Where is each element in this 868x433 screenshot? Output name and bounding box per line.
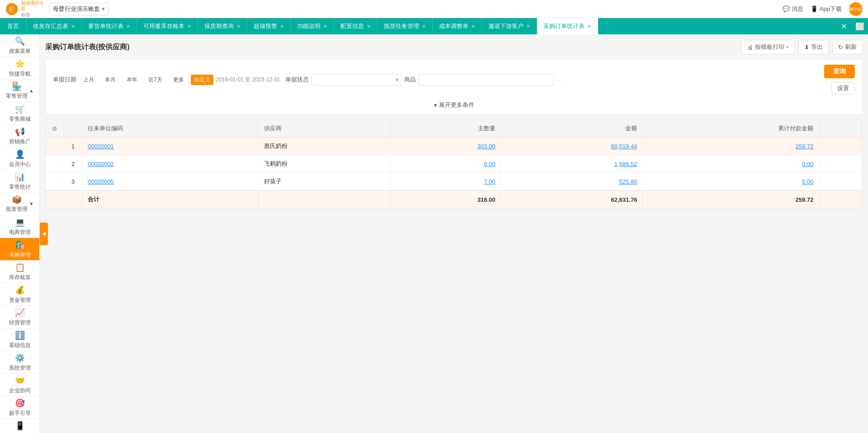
finance-icon: 💰 <box>15 285 25 295</box>
table-footer-row: 合计 316.00 62,631.76 259.72 <box>46 190 862 208</box>
supplier-code-link[interactable]: 00020002 <box>88 161 114 167</box>
tab-overstock-warning[interactable]: 超储预警 ✕ <box>247 18 291 34</box>
sidebar-item-operations[interactable]: 📈 经营管理 <box>0 306 39 328</box>
sidebar-item-ecommerce[interactable]: 💻 电商管理 <box>0 215 39 238</box>
cell-empty <box>819 173 862 191</box>
workspace-selector[interactable]: 母婴行业演示账套 ▾ <box>49 3 109 15</box>
cell-supplier-code: 00020005 <box>82 173 259 191</box>
cell-paid-amount: 0.00 <box>643 155 819 173</box>
cell-amount: 1,586.52 <box>501 155 643 173</box>
tab-receive-summary[interactable]: 收发存汇总表 ✕ <box>27 18 82 34</box>
sidebar-item-new-guide[interactable]: 🎯 新手引导 <box>0 396 39 419</box>
paid-amount-link[interactable]: 259.72 <box>796 143 814 150</box>
amount-link[interactable]: 525.80 <box>619 178 637 185</box>
close-tab-function-desc[interactable]: ✕ <box>323 24 327 29</box>
tab-warranty-query[interactable]: 保质期查询 ✕ <box>198 18 247 34</box>
close-tab-warranty-query[interactable]: ✕ <box>236 24 241 29</box>
close-tab-available-stock[interactable]: ✕ <box>187 24 191 29</box>
close-tab-invite-downstream[interactable]: ✕ <box>526 24 530 29</box>
close-tab-overstock-warning[interactable]: ✕ <box>280 24 284 29</box>
tab-pick-task[interactable]: 拣货任务管理 ✕ <box>377 18 433 34</box>
sidebar-item-finance[interactable]: 💰 资金管理 <box>0 283 39 306</box>
query-btn[interactable]: 查询 <box>824 65 855 78</box>
page-title: 采购订单统计表(按供应商) <box>45 43 130 52</box>
search-icon: 🔍 <box>15 36 25 46</box>
refresh-btn[interactable]: ↻ 刷新 <box>832 40 863 54</box>
sidebar-item-marketing[interactable]: 📢 营销推广 <box>0 125 39 148</box>
sidebar-item-system[interactable]: ⚙️ 系统管理 <box>0 351 39 374</box>
close-tab-config-info[interactable]: ✕ <box>367 24 371 29</box>
sidebar-item-basic-info[interactable]: ℹ️ 基础信息 <box>0 328 39 351</box>
sidebar-item-enterprise-collab[interactable]: 🤝 企业协同 <box>0 374 39 396</box>
sidebar-item-quick-nav[interactable]: ⭐ 快捷导航 <box>0 57 39 80</box>
close-tab-goods-summary[interactable]: ✕ <box>126 24 130 29</box>
sidebar-item-retail-store[interactable]: 🛒 零售商城 <box>0 102 39 125</box>
sidebar-item-retail-management[interactable]: 🏪 零售管理 ▲ <box>0 80 39 102</box>
retail-management-icon: 🏪 <box>12 81 22 91</box>
dropdown-icon: ▾ <box>786 44 789 50</box>
amount-link[interactable]: 60,519.44 <box>611 143 637 150</box>
settings-btn[interactable]: 设置 <box>831 82 855 95</box>
expand-conditions-btn[interactable]: ▾ 展开更多条件 <box>434 101 474 109</box>
th-index <box>64 120 82 138</box>
sidebar-item-purchase-management[interactable]: 🛍️ 采购管理 <box>0 238 39 261</box>
close-tab-pick-task[interactable]: ✕ <box>422 24 426 29</box>
app-download-btn[interactable]: 📱 App下载 <box>811 5 842 13</box>
data-table: ⚙ 往来单位编码 供应商 主数量 金额 累计付款金额 1 00020001 <box>46 120 862 208</box>
supplier-code-link[interactable]: 00020001 <box>88 143 114 150</box>
cell-quantity: 7.00 <box>390 173 501 191</box>
maximize-btn[interactable]: ⬜ <box>852 18 868 34</box>
main-layout: 🔍 搜索菜单 ⭐ 快捷导航 🏪 零售管理 ▲ 🛒 零售商城 📢 营销推广 <box>0 34 868 433</box>
tab-purchase-order-summary[interactable]: 采购订单统计表 ✕ <box>537 18 598 34</box>
footer-supplier <box>258 190 390 208</box>
content-area: 采购订单统计表(按供应商) 🖨 按模板打印 ▾ ⬇ 导出 ↻ 刷新 <box>40 34 868 433</box>
close-tab-cost-adjust[interactable]: ✕ <box>471 24 475 29</box>
this-year-btn[interactable]: 本年 <box>123 75 142 85</box>
sidebar-item-wholesale-management[interactable]: 📦 批发管理 ▼ <box>0 193 39 215</box>
cell-empty <box>819 138 862 155</box>
tab-config-info[interactable]: 配置信息 ✕ <box>334 18 377 34</box>
goods-more-icon[interactable]: ··· <box>557 76 562 83</box>
tab-function-desc[interactable]: 功能说明 ✕ <box>291 18 334 34</box>
cell-supplier: 好孩子 <box>258 173 390 191</box>
export-btn[interactable]: ⬇ 导出 <box>798 40 829 54</box>
goods-input[interactable] <box>419 74 554 86</box>
message-btn[interactable]: 💬 消息 <box>783 5 803 13</box>
quantity-link[interactable]: 7.00 <box>484 178 495 185</box>
supplier-code-link[interactable]: 00020005 <box>88 178 114 185</box>
refresh-icon: ↻ <box>838 44 843 51</box>
amount-link[interactable]: 1,586.52 <box>614 161 637 167</box>
tab-goods-summary[interactable]: 要货单统计表 ✕ <box>82 18 137 34</box>
this-month-btn[interactable]: 本月 <box>101 75 120 85</box>
paid-amount-link[interactable]: 0.00 <box>802 161 813 167</box>
sidebar-item-member-center[interactable]: 👤 会员中心 <box>0 148 39 170</box>
paid-amount-link[interactable]: 0.00 <box>802 178 813 185</box>
purchase-management-icon: 🛍️ <box>15 240 25 250</box>
user-avatar-area[interactable]: demo2 <box>849 2 863 16</box>
th-empty <box>819 120 862 138</box>
quantity-link[interactable]: 303.00 <box>477 143 495 150</box>
sidebar-item-search[interactable]: 🔍 搜索菜单 <box>0 34 39 57</box>
custom-date-btn[interactable]: 自定义 <box>191 75 213 85</box>
tab-available-stock[interactable]: 可用量库存账本 ✕ <box>137 18 198 34</box>
last-7-days-btn[interactable]: 近7天 <box>144 75 166 85</box>
template-print-btn[interactable]: 🖨 按模板打印 ▾ <box>741 40 795 54</box>
close-all-tabs-btn[interactable]: ✕ <box>835 18 852 34</box>
sidebar-item-app-center[interactable]: 📱 应用中心 <box>0 419 39 433</box>
tab-cost-adjust[interactable]: 成本调整单 ✕ <box>433 18 482 34</box>
close-tab-receive-summary[interactable]: ✕ <box>71 24 75 29</box>
sidebar-item-retail-stats[interactable]: 📊 零售统计 <box>0 170 39 193</box>
tab-invite-downstream[interactable]: 邀请下游客户 ✕ <box>482 18 537 34</box>
last-month-btn[interactable]: 上月 <box>79 75 98 85</box>
more-date-btn[interactable]: 更多 <box>169 75 188 85</box>
sidebar-item-inventory-check[interactable]: 📋 库存核算 <box>0 261 39 283</box>
quantity-link[interactable]: 6.00 <box>484 161 495 167</box>
sidebar-toggle-btn[interactable]: ◀ <box>40 223 48 245</box>
tab-home[interactable]: 首页 <box>0 18 27 34</box>
status-filter-group: 单据状态 ▾ <box>285 74 399 86</box>
status-select[interactable] <box>311 74 402 86</box>
logo-icon: 好 <box>5 2 19 16</box>
close-tab-purchase-order-summary[interactable]: ✕ <box>587 24 591 29</box>
printer-icon: 🖨 <box>747 44 753 51</box>
column-settings-icon[interactable]: ⚙ <box>51 125 58 132</box>
